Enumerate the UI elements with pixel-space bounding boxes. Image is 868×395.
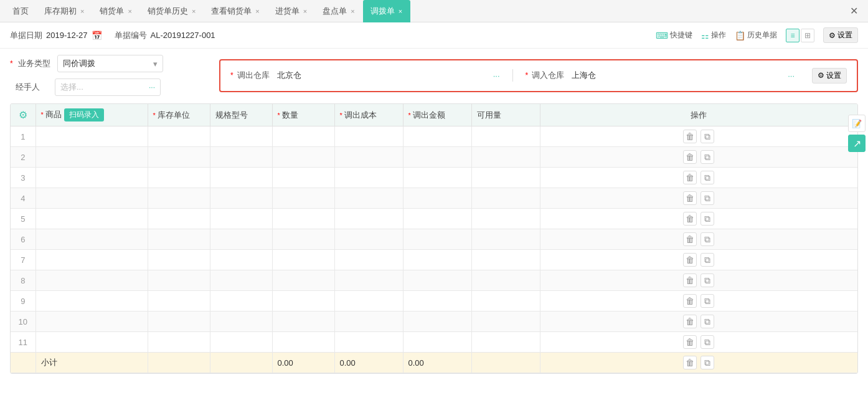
row-goods[interactable] [35, 147, 148, 168]
delete-row-btn[interactable]: 🗑 [683, 274, 697, 287]
view-toggle[interactable]: ≡ ⊞ [786, 29, 814, 42]
row-goods[interactable] [35, 229, 148, 250]
copy-row-btn[interactable]: ⧉ [701, 150, 714, 164]
row-actions: 🗑 ⧉ [540, 147, 857, 168]
delete-row-btn[interactable]: 🗑 [683, 335, 697, 349]
history-action[interactable]: 📋 历史单据 [735, 30, 777, 40]
row-goods[interactable] [35, 312, 148, 332]
row-available [471, 126, 540, 147]
scan-button[interactable]: 扫码录入 [64, 108, 104, 121]
calendar-icon[interactable]: 📅 [92, 31, 102, 40]
tab-sales-history[interactable]: 销货单历史 × [140, 0, 204, 22]
row-actions: 🗑 ⧉ [540, 291, 857, 312]
row-num: 6 [11, 229, 35, 250]
row-unit [148, 147, 210, 168]
row-goods[interactable] [35, 168, 148, 188]
row-actions: 🗑 ⧉ [540, 229, 857, 250]
tab-home[interactable]: 首页 [5, 0, 37, 22]
row-amount [403, 332, 471, 353]
delete-row-btn[interactable]: 🗑 [683, 315, 697, 328]
gear-icon[interactable]: ⚙ [19, 110, 27, 120]
subtotal-delete-btn[interactable]: 🗑 [683, 356, 697, 369]
handler-label: 经手人 [16, 82, 50, 93]
in-warehouse-label: 调入仓库 [532, 70, 564, 81]
copy-row-btn[interactable]: ⧉ [701, 130, 714, 143]
copy-row-btn[interactable]: ⧉ [701, 171, 714, 184]
tab-inventory-check-close[interactable]: × [351, 7, 354, 15]
settings-button[interactable]: ⚙ 设置 [823, 27, 858, 43]
list-view-btn[interactable]: ≡ [786, 29, 800, 42]
handler-input[interactable]: 选择... ··· [55, 79, 161, 96]
delete-row-btn[interactable]: 🗑 [683, 294, 697, 308]
delete-row-btn[interactable]: 🗑 [683, 171, 697, 184]
shortcut-icon: ⌨ [656, 31, 668, 40]
out-warehouse-value: 北京仓 [277, 70, 301, 81]
row-cost [334, 250, 403, 270]
row-qty [272, 332, 334, 353]
tab-transfer-close[interactable]: × [399, 7, 402, 15]
tab-inventory-check-label: 盘点单 [323, 6, 347, 17]
tab-view-sales[interactable]: 查看销货单 × [204, 0, 267, 22]
row-goods[interactable] [35, 332, 148, 353]
shortcut-action[interactable]: ⌨ 快捷键 [656, 30, 692, 40]
out-warehouse-field: * 调出仓库 北京仓 ··· [230, 70, 500, 81]
copy-row-btn[interactable]: ⧉ [701, 294, 714, 308]
tab-sales-order[interactable]: 销货单 × [92, 0, 139, 22]
row-amount [403, 250, 471, 270]
tab-sales-history-close[interactable]: × [192, 7, 196, 15]
row-cost [334, 126, 403, 147]
operation-action[interactable]: ⚏ 操作 [701, 30, 726, 40]
required-star-business: * [10, 59, 13, 68]
copy-row-btn[interactable]: ⧉ [701, 212, 714, 226]
export-btn[interactable]: ↗ [848, 135, 866, 152]
date-field: 单据日期 2019-12-27 📅 [10, 30, 102, 41]
tab-inventory-init[interactable]: 库存期初 × [37, 0, 92, 22]
copy-row-btn[interactable]: ⧉ [701, 232, 714, 246]
col-settings: ⚙ [11, 104, 35, 126]
business-type-dropdown-arrow[interactable]: ▾ [153, 59, 158, 69]
tab-view-sales-close[interactable]: × [255, 7, 259, 15]
copy-row-btn[interactable]: ⧉ [701, 274, 714, 287]
tab-transfer[interactable]: 调拨单 × [363, 0, 410, 22]
row-qty [272, 312, 334, 332]
row-goods[interactable] [35, 250, 148, 270]
row-goods[interactable] [35, 291, 148, 312]
handler-more-btn[interactable]: ··· [149, 83, 155, 92]
delete-row-btn[interactable]: 🗑 [683, 130, 697, 143]
tab-purchase-order-close[interactable]: × [303, 7, 307, 15]
tab-purchase-order[interactable]: 进货单 × [268, 0, 315, 22]
notes-btn[interactable]: 📝 [848, 115, 866, 132]
out-warehouse-label: 调出仓库 [237, 70, 270, 81]
delete-row-btn[interactable]: 🗑 [683, 253, 697, 267]
delete-row-btn[interactable]: 🗑 [683, 150, 697, 164]
delete-row-btn[interactable]: 🗑 [683, 212, 697, 226]
delete-row-btn[interactable]: 🗑 [683, 232, 697, 246]
row-goods[interactable] [35, 209, 148, 229]
window-close-button[interactable]: ✕ [845, 2, 863, 19]
row-unit [148, 126, 210, 147]
in-warehouse-more-btn[interactable]: ··· [788, 71, 795, 80]
copy-row-btn[interactable]: ⧉ [701, 253, 714, 267]
grid-view-btn[interactable]: ⊞ [801, 29, 814, 42]
copy-row-btn[interactable]: ⧉ [701, 315, 714, 328]
tab-sales-order-close[interactable]: × [128, 7, 131, 15]
row-goods[interactable] [35, 126, 148, 147]
subtotal-qty: 0.00 [272, 353, 334, 373]
tab-inventory-check[interactable]: 盘点单 × [315, 0, 362, 22]
out-warehouse-more-btn[interactable]: ··· [493, 71, 500, 80]
business-type-input[interactable]: 同价调拨 ▾ [57, 55, 163, 72]
delete-row-btn[interactable]: 🗑 [683, 191, 697, 205]
copy-row-btn[interactable]: ⧉ [701, 191, 714, 205]
warehouse-settings-button[interactable]: ⚙ 设置 [812, 68, 847, 83]
row-num: 2 [11, 147, 35, 168]
row-num: 4 [11, 188, 35, 209]
row-amount [403, 270, 471, 291]
subtotal-copy-btn[interactable]: ⧉ [701, 356, 714, 369]
row-goods[interactable] [35, 188, 148, 209]
copy-row-btn[interactable]: ⧉ [701, 335, 714, 349]
tab-inventory-init-close[interactable]: × [80, 7, 84, 15]
settings-icon: ⚙ [829, 31, 836, 40]
row-goods[interactable] [35, 270, 148, 291]
row-actions: 🗑 ⧉ [540, 332, 857, 353]
row-num: 8 [11, 270, 35, 291]
